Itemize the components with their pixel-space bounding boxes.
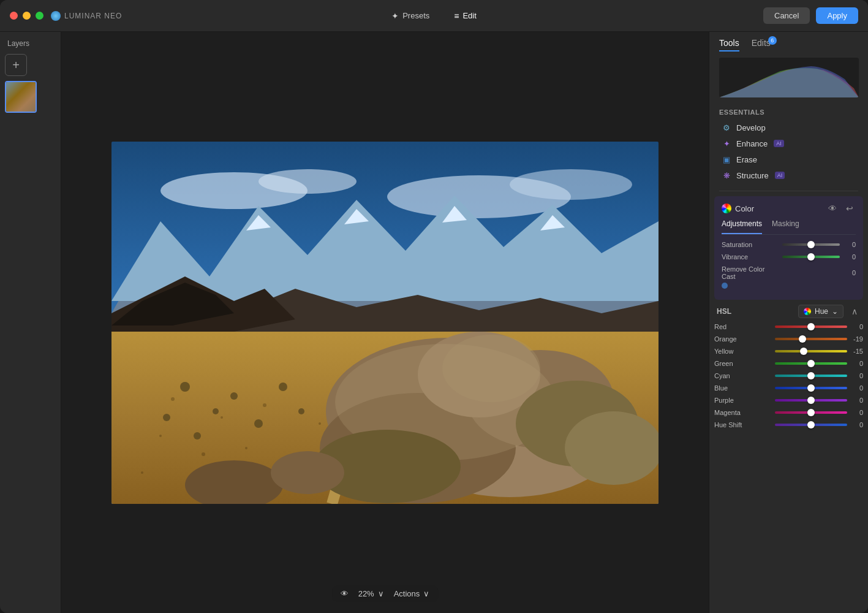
svg-point-20 xyxy=(141,471,143,474)
title-actions: Cancel Apply xyxy=(763,7,858,24)
actions-menu[interactable]: Actions ∨ xyxy=(394,589,430,598)
saturation-track[interactable] xyxy=(782,243,840,246)
right-panel: Tools Edits 6 xyxy=(709,32,868,613)
tool-erase[interactable]: ▣ Erase xyxy=(719,151,858,167)
svg-point-34 xyxy=(180,382,190,392)
purple-value: 0 xyxy=(850,397,863,404)
reset-icon[interactable]: ↩ xyxy=(843,202,856,215)
red-value: 0 xyxy=(850,323,863,330)
blue-track[interactable] xyxy=(775,387,847,389)
orange-thumb[interactable] xyxy=(799,335,806,343)
orange-value: -19 xyxy=(850,335,863,343)
svg-point-36 xyxy=(279,383,287,391)
close-button[interactable] xyxy=(10,12,18,20)
svg-point-38 xyxy=(163,414,170,421)
vibrance-track[interactable] xyxy=(782,256,840,258)
cyan-thumb[interactable] xyxy=(807,372,815,379)
purple-thumb[interactable] xyxy=(807,397,815,404)
orange-row: Orange -19 xyxy=(714,335,863,343)
green-thumb[interactable] xyxy=(807,360,815,367)
cyan-track[interactable] xyxy=(775,375,847,377)
yellow-thumb[interactable] xyxy=(800,348,807,355)
hsl-collapse-icon[interactable]: ∧ xyxy=(848,305,861,318)
edits-badge: 6 xyxy=(768,36,777,45)
edit-icon: ≡ xyxy=(454,11,459,21)
saturation-value: 0 xyxy=(842,241,856,248)
layer-thumbnail[interactable] xyxy=(5,81,37,113)
tool-develop[interactable]: ⚙ Develop xyxy=(719,120,858,135)
purple-track[interactable] xyxy=(775,399,847,402)
orange-label: Orange xyxy=(714,335,772,343)
maximize-button[interactable] xyxy=(36,12,43,20)
tool-structure[interactable]: ❋ Structure AI xyxy=(719,167,858,183)
apply-button[interactable]: Apply xyxy=(816,7,858,24)
canvas-area: 👁 22% ∨ Actions ∨ xyxy=(61,32,709,613)
svg-point-2 xyxy=(259,169,357,194)
presets-button[interactable]: ✦ Presets xyxy=(387,9,434,23)
vibrance-value: 0 xyxy=(842,253,856,261)
tool-develop-label: Develop xyxy=(736,123,766,132)
tool-structure-label: Structure xyxy=(736,171,769,180)
yellow-row: Yellow -15 xyxy=(714,348,863,355)
magenta-label: Magenta xyxy=(714,409,772,416)
blue-thumb[interactable] xyxy=(807,384,815,392)
magenta-value: 0 xyxy=(850,409,863,416)
green-track[interactable] xyxy=(775,362,847,365)
svg-point-18 xyxy=(202,452,205,456)
color-section-header: Color 👁 ↩ xyxy=(722,202,856,215)
tool-erase-label: Erase xyxy=(736,155,757,164)
tab-adjustments[interactable]: Adjustments xyxy=(722,219,762,230)
tool-enhance-label: Enhance xyxy=(736,139,768,148)
svg-point-14 xyxy=(221,416,223,419)
minimize-button[interactable] xyxy=(23,12,31,20)
layers-panel: Layers + xyxy=(0,32,61,613)
svg-point-37 xyxy=(213,408,219,414)
tool-enhance[interactable]: ✦ Enhance AI xyxy=(719,135,858,151)
zoom-control[interactable]: 22% ∨ xyxy=(358,589,384,598)
app-logo: LUMINAR NEO xyxy=(51,11,122,21)
saturation-thumb[interactable] xyxy=(807,241,815,248)
add-layer-button[interactable]: + xyxy=(5,54,27,76)
histogram-canvas xyxy=(719,58,859,97)
blue-row: Blue 0 xyxy=(714,384,863,392)
color-cast-dot[interactable] xyxy=(722,283,728,289)
color-section-title: Color xyxy=(722,204,754,213)
edit-button[interactable]: ≡ Edit xyxy=(449,9,481,23)
yellow-track[interactable] xyxy=(775,350,847,352)
orange-track[interactable] xyxy=(775,338,847,340)
structure-ai-badge: AI xyxy=(775,172,785,179)
svg-point-40 xyxy=(298,408,304,414)
hueshift-value: 0 xyxy=(850,421,863,428)
tab-masking[interactable]: Masking xyxy=(772,219,799,230)
cancel-button[interactable]: Cancel xyxy=(763,7,810,24)
hueshift-thumb[interactable] xyxy=(807,421,815,428)
hueshift-label: Hue Shift xyxy=(714,421,772,428)
red-label: Red xyxy=(714,323,772,330)
presets-icon: ✦ xyxy=(391,11,399,21)
red-thumb[interactable] xyxy=(807,323,815,330)
magenta-track[interactable] xyxy=(775,411,847,414)
tab-edits[interactable]: Edits 6 xyxy=(752,38,771,51)
hsl-color-wheel-icon xyxy=(804,308,811,315)
hsl-dropdown-value: Hue xyxy=(815,307,828,316)
zoom-chevron-icon: ∨ xyxy=(378,589,384,598)
hsl-dropdown[interactable]: Hue ⌄ xyxy=(798,305,843,318)
hueshift-track[interactable] xyxy=(775,424,847,426)
magenta-thumb[interactable] xyxy=(807,409,815,416)
visibility-icon[interactable]: 👁 xyxy=(826,202,839,215)
erase-icon: ▣ xyxy=(722,154,731,164)
svg-point-19 xyxy=(245,447,247,449)
red-row: Red 0 xyxy=(714,323,863,330)
svg-point-13 xyxy=(171,397,175,401)
vibrance-row: Vibrance 0 xyxy=(722,253,856,261)
svg-point-15 xyxy=(263,403,266,407)
visibility-toggle[interactable]: 👁 xyxy=(341,589,349,598)
tab-tools[interactable]: Tools xyxy=(719,38,739,51)
main-content: Layers + xyxy=(0,32,868,613)
red-track[interactable] xyxy=(775,326,847,328)
svg-point-33 xyxy=(271,451,344,494)
svg-point-39 xyxy=(254,419,263,428)
essentials-section: Essentials ⚙ Develop ✦ Enhance AI ▣ Eras… xyxy=(709,104,868,188)
histogram-svg xyxy=(719,58,859,97)
vibrance-thumb[interactable] xyxy=(807,253,815,261)
